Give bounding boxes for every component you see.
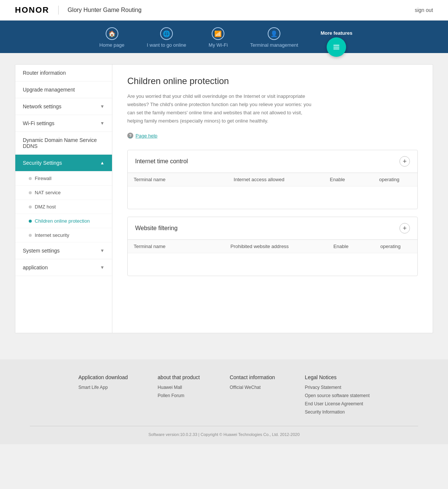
footer-link-eula[interactable]: End User License Agreement: [305, 401, 370, 406]
col-terminal-name: Terminal name: [128, 173, 204, 186]
chevron-down-icon: ▼: [100, 104, 105, 109]
cell-empty: [364, 253, 417, 276]
footer-col-legal: Legal Notices Privacy Statement Open sou…: [305, 374, 370, 415]
footer-link-smart-life[interactable]: Smart Life App: [78, 385, 128, 390]
col-internet-access: Internet access allowed: [204, 173, 314, 186]
footer-col-title-contact: Contact information: [230, 374, 275, 380]
wifi-icon: 📶: [212, 27, 224, 40]
main-wrapper: Router information Upgrade management Ne…: [0, 53, 448, 344]
section-header-time: Internet time control +: [128, 150, 417, 173]
sidebar-subitem-nat[interactable]: NAT service: [15, 186, 112, 200]
nav-item-online[interactable]: 🌐 I want to go online: [136, 24, 197, 53]
sidebar-label-wifi: Wi-Fi settings: [23, 120, 55, 126]
footer-link-privacy[interactable]: Privacy Statement: [305, 385, 370, 390]
page-content: Children online protection Are you worri…: [112, 65, 433, 333]
cell-empty: [201, 253, 318, 276]
navigation: 🏠 Home page 🌐 I want to go online 📶 My W…: [0, 21, 448, 53]
nav-more-label: More features: [321, 30, 352, 36]
dot-icon: [29, 177, 32, 180]
page-help-link[interactable]: ? Page help: [127, 133, 418, 139]
section-title-time: Internet time control: [135, 158, 188, 165]
website-filter-table: Terminal name Prohibited website address…: [128, 240, 417, 276]
section-header-filtering: Website filtering +: [128, 217, 417, 240]
footer-link-wechat[interactable]: Official WeChat: [230, 385, 275, 390]
sidebar-item-security[interactable]: Security Settings ▲: [15, 155, 112, 171]
sidebar-item-ddns[interactable]: Dynamic Domain Name Service DDNS: [15, 132, 112, 155]
sidebar-item-router-info[interactable]: Router information: [15, 65, 112, 81]
cell-empty: [314, 186, 361, 209]
sidebar-item-system[interactable]: System settings ▼: [15, 242, 112, 259]
footer-link-pollen-forum[interactable]: Pollen Forum: [158, 393, 200, 398]
section-title-filtering: Website filtering: [135, 225, 178, 232]
cell-empty: [128, 253, 201, 276]
chevron-down-icon: ▼: [100, 265, 105, 270]
sidebar-label-firewall: Firewall: [35, 176, 52, 181]
sidebar-label-internet-security: Internet security: [35, 232, 69, 238]
svg-rect-1: [333, 47, 339, 47]
footer-col-title-app: Application download: [78, 374, 128, 380]
col-operating: operating: [364, 240, 417, 253]
nav-more[interactable]: More features: [313, 30, 360, 53]
footer-col-contact: Contact information Official WeChat: [230, 374, 275, 415]
nav-item-home[interactable]: 🏠 Home page: [88, 24, 136, 53]
footer: Application download Smart Life App abou…: [0, 359, 448, 444]
sidebar-label-router-info: Router information: [23, 70, 66, 76]
dot-icon: [29, 191, 32, 194]
chevron-up-icon: ▲: [100, 160, 105, 165]
sidebar-item-application[interactable]: application ▼: [15, 259, 112, 276]
sidebar-label-network: Network settings: [23, 103, 61, 109]
footer-col-product: about that product Huawei Mall Pollen Fo…: [158, 374, 200, 415]
chevron-down-icon: ▼: [100, 248, 105, 253]
add-time-control-button[interactable]: +: [399, 156, 410, 167]
sidebar-label-application: application: [23, 264, 48, 270]
col-operating: operating: [361, 173, 417, 186]
signout-link[interactable]: sign out: [415, 7, 433, 13]
svg-rect-0: [333, 45, 339, 46]
cell-empty: [361, 186, 417, 209]
sidebar-subitem-children[interactable]: Children online protection: [15, 214, 112, 228]
home-icon: 🏠: [106, 27, 118, 40]
sidebar-label-children: Children online protection: [35, 218, 90, 224]
footer-link-security-info[interactable]: Security Information: [305, 409, 370, 415]
cell-empty: [318, 253, 364, 276]
svg-rect-2: [333, 49, 339, 49]
nav-label-wifi: My Wi-Fi: [209, 42, 228, 48]
footer-links: Application download Smart Life App abou…: [30, 374, 418, 415]
dot-icon: [29, 205, 32, 208]
brand: HONOR Glory Hunter Game Routing: [15, 5, 141, 15]
sidebar-item-wifi[interactable]: Wi-Fi settings ▼: [15, 115, 112, 132]
terminal-icon: 👤: [268, 27, 280, 40]
sidebar-item-upgrade[interactable]: Upgrade management: [15, 81, 112, 98]
page-title: Children online protection: [127, 76, 418, 86]
brand-honor: HONOR: [15, 5, 49, 15]
sidebar-subitem-firewall[interactable]: Firewall: [15, 171, 112, 186]
footer-link-opensource[interactable]: Open source software statement: [305, 393, 370, 398]
sidebar-label-nat: NAT service: [35, 190, 61, 195]
table-header-row: Terminal name Internet access allowed En…: [128, 173, 417, 186]
more-features-button[interactable]: [327, 37, 346, 57]
footer-copyright: Software version:10.0.2.33 | Copyright ©…: [30, 426, 418, 437]
col-enable: Enable: [314, 173, 361, 186]
sidebar-label-ddns: Dynamic Domain Name Service DDNS: [23, 137, 105, 149]
brand-divider: [58, 6, 59, 15]
chevron-down-icon: ▼: [100, 121, 105, 126]
col-enable: Enable: [318, 240, 364, 253]
table-row: [128, 253, 417, 276]
nav-inner: 🏠 Home page 🌐 I want to go online 📶 My W…: [0, 24, 448, 53]
content-layout: Router information Upgrade management Ne…: [15, 64, 433, 333]
footer-col-app-download: Application download Smart Life App: [78, 374, 128, 415]
nav-label-online: I want to go online: [147, 42, 186, 48]
sidebar-subitem-dmz[interactable]: DMZ host: [15, 200, 112, 214]
page-description: Are you worried that your child will ove…: [127, 92, 314, 125]
internet-time-control-section: Internet time control + Terminal name In…: [127, 150, 418, 209]
website-filtering-section: Website filtering + Terminal name Prohib…: [127, 217, 418, 276]
dot-active-icon: [29, 220, 32, 223]
nav-item-terminal[interactable]: 👤 Terminal management: [239, 24, 309, 53]
add-website-filter-button[interactable]: +: [399, 223, 410, 233]
sidebar: Router information Upgrade management Ne…: [15, 65, 112, 333]
sidebar-subitem-internet-security[interactable]: Internet security: [15, 228, 112, 242]
sidebar-item-network[interactable]: Network settings ▼: [15, 98, 112, 115]
table-header-row: Terminal name Prohibited website address…: [128, 240, 417, 253]
nav-item-wifi[interactable]: 📶 My Wi-Fi: [197, 24, 239, 53]
footer-link-huawei-mall[interactable]: Huawei Mall: [158, 385, 200, 390]
